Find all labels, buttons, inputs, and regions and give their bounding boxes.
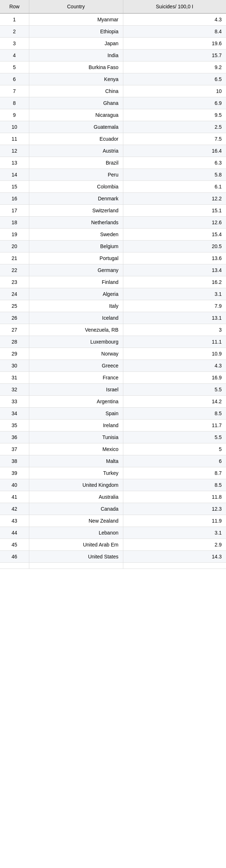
cell-suicide-rate: 11.1	[123, 336, 226, 348]
cell-suicide-rate: 13.1	[123, 312, 226, 324]
cell-suicide-rate: 13.4	[123, 264, 226, 276]
cell-row-number: 32	[0, 384, 29, 396]
cell-country: China	[29, 85, 123, 97]
cell-country: Mexico	[29, 443, 123, 455]
cell-suicide-rate: 11.8	[123, 491, 226, 503]
table-row: 42Canada12.3	[0, 503, 226, 515]
cell-row-number: 42	[0, 503, 29, 515]
cell-row-number: 6	[0, 73, 29, 85]
cell-suicide-rate: 6	[123, 455, 226, 467]
cell-suicide-rate: 15.7	[123, 50, 226, 61]
cell-country: Malta	[29, 455, 123, 467]
table-row: 2Ethiopia8.4	[0, 26, 226, 38]
cell-country: Nicaragua	[29, 109, 123, 121]
cell-row-number: 37	[0, 443, 29, 455]
cell-country: United Arab Em	[29, 539, 123, 551]
cell-country: Ghana	[29, 97, 123, 109]
cell-suicide-rate: 6.3	[123, 157, 226, 169]
table-row: 6Kenya6.5	[0, 73, 226, 85]
cell-row-number: 1	[0, 13, 29, 26]
table-row: 33Argentina14.2	[0, 396, 226, 408]
cell-row-number: 16	[0, 193, 29, 205]
cell-row-number: 12	[0, 145, 29, 157]
cell-row-number: 33	[0, 396, 29, 408]
cell-suicide-rate: 2.9	[123, 539, 226, 551]
cell-country: Portugal	[29, 252, 123, 264]
cell-row-number: 35	[0, 420, 29, 431]
cell-country: Peru	[29, 169, 123, 181]
cell-suicide-rate: 16.4	[123, 145, 226, 157]
cell-row-number: 10	[0, 121, 29, 133]
table-row: 14Peru5.8	[0, 169, 226, 181]
cell-row-number: 20	[0, 241, 29, 252]
table-row: 7China10	[0, 85, 226, 97]
table-row: 45United Arab Em2.9	[0, 539, 226, 551]
cell-country: Ecuador	[29, 133, 123, 145]
table-row: 16Denmark12.2	[0, 193, 226, 205]
cell-row-number: 44	[0, 527, 29, 539]
table-row: 41Australia11.8	[0, 491, 226, 503]
cell-suicide-rate: 12.6	[123, 217, 226, 229]
cell-country	[29, 563, 123, 569]
cell-row-number: 27	[0, 324, 29, 336]
table-row: 38Malta6	[0, 455, 226, 467]
header-country: Country	[29, 0, 123, 13]
table-row: 21Portugal13.6	[0, 252, 226, 264]
cell-suicide-rate: 3	[123, 324, 226, 336]
table-row: 4India15.7	[0, 50, 226, 61]
cell-row-number: 34	[0, 408, 29, 420]
cell-suicide-rate: 10.9	[123, 348, 226, 360]
cell-country: Myanmar	[29, 13, 123, 26]
table-row: 5Burkina Faso9.2	[0, 61, 226, 73]
table-row: 25Italy7.9	[0, 300, 226, 312]
cell-suicide-rate: 6.9	[123, 97, 226, 109]
cell-suicide-rate: 3.1	[123, 288, 226, 300]
cell-country: Colombia	[29, 181, 123, 193]
cell-row-number: 7	[0, 85, 29, 97]
cell-country: Guatemala	[29, 121, 123, 133]
cell-country: Kenya	[29, 73, 123, 85]
cell-country: New Zealand	[29, 515, 123, 527]
cell-suicide-rate: 16.9	[123, 372, 226, 384]
cell-country: India	[29, 50, 123, 61]
table-row: 11Ecuador7.5	[0, 133, 226, 145]
cell-country: Argentina	[29, 396, 123, 408]
cell-country: Finland	[29, 276, 123, 288]
cell-suicide-rate: 8.7	[123, 467, 226, 479]
cell-suicide-rate: 8.5	[123, 479, 226, 491]
cell-country: Italy	[29, 300, 123, 312]
cell-country: Australia	[29, 491, 123, 503]
cell-suicide-rate: 10	[123, 85, 226, 97]
cell-row-number: 8	[0, 97, 29, 109]
cell-suicide-rate: 13.6	[123, 252, 226, 264]
cell-suicide-rate: 2.5	[123, 121, 226, 133]
table-row: 34Spain8.5	[0, 408, 226, 420]
cell-row-number: 40	[0, 479, 29, 491]
table-row: 39Turkey8.7	[0, 467, 226, 479]
cell-suicide-rate: 9.2	[123, 61, 226, 73]
cell-row-number: 22	[0, 264, 29, 276]
cell-suicide-rate: 7.9	[123, 300, 226, 312]
cell-row-number: 43	[0, 515, 29, 527]
cell-country: Brazil	[29, 157, 123, 169]
table-row: 8Ghana6.9	[0, 97, 226, 109]
table-row: 9Nicaragua9.5	[0, 109, 226, 121]
cell-row-number: 45	[0, 539, 29, 551]
cell-country: United States	[29, 551, 123, 563]
cell-country: Sweden	[29, 229, 123, 241]
cell-row-number: 46	[0, 551, 29, 563]
table-row: 43New Zealand11.9	[0, 515, 226, 527]
table-row: 3Japan19.6	[0, 38, 226, 50]
cell-row-number: 38	[0, 455, 29, 467]
cell-suicide-rate: 4.3	[123, 360, 226, 372]
table-row: 15Colombia6.1	[0, 181, 226, 193]
table-row: 30Greece4.3	[0, 360, 226, 372]
cell-country: Ireland	[29, 420, 123, 431]
cell-suicide-rate: 8.4	[123, 26, 226, 38]
cell-country: Belgium	[29, 241, 123, 252]
cell-suicide-rate: 5.8	[123, 169, 226, 181]
table-row: 12Austria16.4	[0, 145, 226, 157]
cell-country: Israel	[29, 384, 123, 396]
cell-suicide-rate: 5.5	[123, 384, 226, 396]
cell-row-number: 9	[0, 109, 29, 121]
